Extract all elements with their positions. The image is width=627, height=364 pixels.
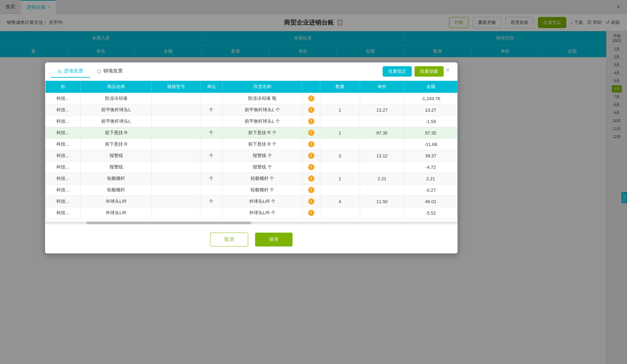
cell-spec — [151, 162, 200, 173]
cell-inventory: 前平衡杆球头L 个 — [223, 116, 302, 127]
warning-icon: ! — [308, 118, 314, 124]
cell-company: 科技... — [45, 162, 81, 173]
batch-create-button[interactable]: 批量创建 — [415, 66, 444, 77]
cell-unit: 个 — [200, 150, 223, 162]
warning-icon: ! — [308, 164, 314, 170]
th-company: 你 — [45, 81, 81, 93]
cell-product: 报警线 — [81, 150, 152, 162]
cell-warning: ! — [302, 162, 320, 173]
cell-price — [360, 116, 404, 127]
cell-product: 外球头L/R — [81, 207, 152, 219]
table-row[interactable]: 科技... 外球头L/R 外球头L/R 个 ! -5.52 — [45, 207, 458, 219]
cell-price — [360, 93, 404, 104]
table-row[interactable]: 科技... 前下悬挂 R 个 前下悬挂 R 个 ! 1 97.35 97.35 — [45, 127, 458, 139]
table-row[interactable]: 科技... 外球头L/R 个 外球头L/R 个 ! 4 11.50 46.01 — [45, 196, 458, 207]
invoice-out-icon: ◻ — [97, 68, 101, 74]
th-inventory-name: 存货名称 — [223, 81, 302, 93]
cell-spec — [151, 150, 200, 162]
cell-qty — [320, 93, 360, 104]
cell-price — [360, 207, 404, 219]
cell-product: 防冻冷却液 — [81, 93, 152, 104]
cell-spec — [151, 116, 200, 127]
warning-icon: ! — [308, 130, 314, 136]
th-spec: 规格型号 — [151, 81, 200, 93]
cell-warning: ! — [302, 139, 320, 150]
cell-product: 轮毂螺杆 — [81, 173, 152, 184]
cell-product: 前下悬挂 R — [81, 139, 152, 150]
horizontal-scrollbar[interactable] — [45, 222, 458, 224]
cell-spec — [151, 196, 200, 207]
cell-inventory: 外球头L/R 个 — [223, 196, 302, 207]
cancel-button[interactable]: 取消 — [210, 233, 248, 246]
warning-icon: ! — [308, 210, 314, 216]
modal-close-button[interactable]: × — [444, 66, 452, 74]
warning-icon: ! — [308, 141, 314, 147]
tab-purchase-invoice[interactable]: ◎ 进项发票 — [51, 65, 90, 78]
table-row[interactable]: 科技... 报警线 报警线 个 ! -4.72 — [45, 162, 458, 173]
cell-amount: -0.27 — [404, 184, 457, 196]
table-row[interactable]: 科技... 轮毂螺杆 轮毂螺杆 个 ! -0.27 — [45, 184, 458, 196]
cell-company: 科技... — [45, 184, 81, 196]
cell-inventory: 报警线 个 — [223, 162, 302, 173]
cell-amount: 13.27 — [404, 104, 457, 116]
cell-company: 科技... — [45, 104, 81, 116]
modal-tabs-area: ◎ 进项发票 ◻ 销项发票 — [51, 65, 383, 78]
modal-footer: 取消 保存 — [45, 227, 458, 253]
tab-sales-invoice[interactable]: ◻ 销项发票 — [90, 65, 130, 78]
cell-unit — [200, 93, 223, 104]
cell-company: 科技... — [45, 173, 81, 184]
cell-unit: 个 — [200, 127, 223, 139]
cell-price: 13.27 — [360, 104, 404, 116]
scrollbar-thumb[interactable] — [86, 222, 251, 224]
table-row[interactable]: 科技... 轮毂螺杆 个 轮毂螺杆 个 ! 1 2.21 2.21 — [45, 173, 458, 184]
table-row[interactable]: 科技... 防冻冷却液 防冻冷却液 瓶 ! -1,243.76 — [45, 93, 458, 104]
table-row[interactable]: 科技... 前下悬挂 R 前下悬挂 R 个 ! -11.68 — [45, 139, 458, 150]
th-price: 单价 — [360, 81, 404, 93]
cell-spec — [151, 127, 200, 139]
warning-icon: ! — [308, 198, 314, 205]
th-qty: 数量 — [320, 81, 360, 93]
cell-company: 科技... — [45, 139, 81, 150]
cell-unit — [200, 162, 223, 173]
warning-icon: ! — [308, 107, 314, 113]
cell-amount: -4.72 — [404, 162, 457, 173]
modal-header-actions: 批量指定 批量创建 — [383, 66, 444, 77]
cell-spec — [151, 139, 200, 150]
table-row[interactable]: 科技... 前平衡杆球头L 前平衡杆球头L 个 ! -1.59 — [45, 116, 458, 127]
cell-product: 前平衡杆球头L — [81, 104, 152, 116]
cell-inventory: 外球头L/R 个 — [223, 207, 302, 219]
cell-qty — [320, 116, 360, 127]
cell-company: 科技... — [45, 93, 81, 104]
th-warning — [302, 81, 320, 93]
cell-product: 外球头L/R — [81, 196, 152, 207]
cell-warning: ! — [302, 116, 320, 127]
cell-price — [360, 162, 404, 173]
cell-warning: ! — [302, 150, 320, 162]
cell-inventory: 防冻冷却液 瓶 — [223, 93, 302, 104]
cell-spec — [151, 104, 200, 116]
cell-amount: -1,243.76 — [404, 93, 457, 104]
cell-inventory: 轮毂螺杆 个 — [223, 173, 302, 184]
cell-spec — [151, 93, 200, 104]
cell-product: 前下悬挂 R — [81, 127, 152, 139]
cell-warning: ! — [302, 127, 320, 139]
cell-price — [360, 184, 404, 196]
cell-qty: 1 — [320, 104, 360, 116]
th-unit: 单位 — [200, 81, 223, 93]
table-row[interactable]: 科技... 前平衡杆球头L 个 前平衡杆球头L 个 ! 1 13.27 13.2… — [45, 104, 458, 116]
cell-qty — [320, 162, 360, 173]
cell-company: 科技... — [45, 207, 81, 219]
cell-inventory: 前平衡杆球头L 个 — [223, 104, 302, 116]
save-button[interactable]: 保存 — [255, 233, 293, 246]
cell-warning: ! — [302, 207, 320, 219]
batch-assign-button[interactable]: 批量指定 — [383, 66, 412, 77]
cell-price: 2.21 — [360, 173, 404, 184]
cell-amount: -5.52 — [404, 207, 457, 219]
table-row[interactable]: 科技... 报警线 个 报警线 个 ! 3 13.12 39.37 — [45, 150, 458, 162]
cell-company: 科技... — [45, 196, 81, 207]
cell-amount: 97.35 — [404, 127, 457, 139]
cell-unit: 个 — [200, 196, 223, 207]
th-amount: 金额 — [404, 81, 457, 93]
modal-dialog: ◎ 进项发票 ◻ 销项发票 批量指定 批量创建 × 你 商品名称 规格型号 单位… — [45, 62, 458, 253]
cell-qty — [320, 184, 360, 196]
